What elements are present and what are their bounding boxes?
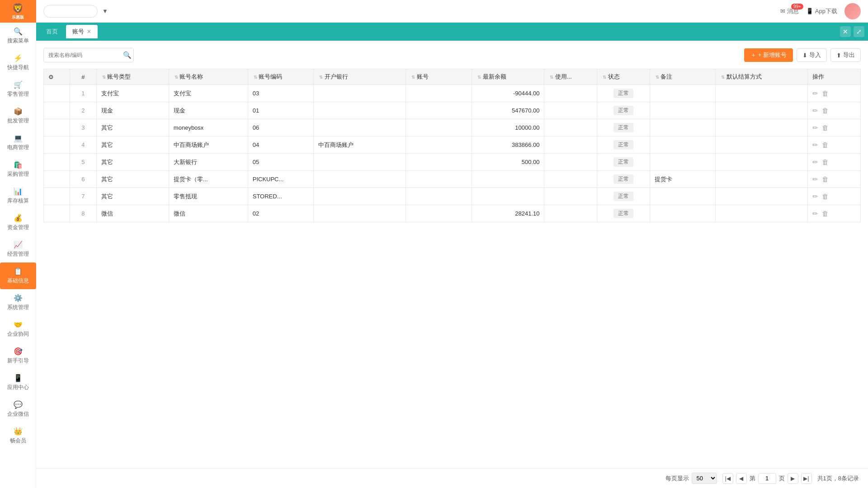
first-page-button[interactable]: |◀ — [722, 473, 733, 484]
table-row: 8 微信 微信 02 28241.10 正常 ✏ 🗑 — [44, 205, 861, 222]
sort-icon: ⇅ — [656, 75, 659, 80]
sidebar-item-basic-info[interactable]: 📋 基础信息 — [0, 263, 36, 289]
add-account-button[interactable]: ＋ + 新增账号 — [744, 48, 793, 62]
last-page-button[interactable]: ▶| — [801, 473, 812, 484]
delete-icon[interactable]: 🗑 — [822, 192, 829, 200]
sort-icon: ⇅ — [102, 75, 106, 80]
sidebar-item-vip[interactable]: 👑 畅会员 — [0, 422, 36, 449]
delete-icon[interactable]: 🗑 — [822, 175, 829, 183]
row-settings[interactable] — [44, 171, 70, 188]
tabbar: 首页 账号 ✕ ✕ ⤢ — [36, 23, 868, 41]
row-index: 7 — [70, 188, 96, 205]
edit-icon[interactable]: ✏ — [812, 175, 818, 183]
sidebar-item-ecommerce-mgmt[interactable]: 💻 电商管理 — [0, 129, 36, 156]
sort-icon: ⇅ — [477, 75, 481, 80]
edit-icon[interactable]: ✏ — [812, 107, 818, 115]
row-settings[interactable] — [44, 85, 70, 102]
row-settings[interactable] — [44, 119, 70, 136]
sidebar-item-enterprise-wechat[interactable]: 💬 企业微信 — [0, 396, 36, 422]
row-name: 零售抵现 — [169, 188, 248, 205]
row-code: 01 — [248, 102, 314, 119]
tabbar-actions: ✕ ⤢ — [840, 26, 864, 37]
user-avatar[interactable] — [844, 3, 861, 19]
edit-icon[interactable]: ✏ — [812, 141, 818, 149]
sidebar-item-search[interactable]: 🔍 搜索菜单 — [0, 23, 36, 49]
download-button[interactable]: 📱 App下载 — [806, 7, 837, 15]
sidebar-item-wholesale-mgmt[interactable]: 📦 批发管理 — [0, 103, 36, 129]
sidebar-item-purchase-mgmt[interactable]: 🛍️ 采购管理 — [0, 156, 36, 183]
table-search-input[interactable] — [44, 49, 121, 61]
delete-icon[interactable]: 🗑 — [822, 124, 829, 131]
tab-expand-button[interactable]: ⤢ — [854, 26, 864, 37]
edit-icon[interactable]: ✏ — [812, 89, 818, 98]
import-button[interactable]: ⬇ 导入 — [797, 48, 827, 62]
row-settings[interactable] — [44, 102, 70, 119]
toolbar-buttons: ＋ + 新增账号 ⬇ 导入 ⬆ 导出 — [744, 48, 861, 62]
col-settlement[interactable]: ⇅ 默认结算方式 — [716, 69, 808, 85]
page-number-input[interactable] — [758, 473, 776, 484]
message-button[interactable]: ✉ 消息 99+ — [780, 7, 799, 15]
tab-account[interactable]: 账号 ✕ — [66, 25, 98, 38]
sidebar-item-inventory[interactable]: 📊 库存核算 — [0, 183, 36, 209]
row-settlement — [716, 171, 808, 188]
edit-icon[interactable]: ✏ — [812, 210, 818, 218]
sidebar-item-finance-mgmt[interactable]: 💰 资金管理 — [0, 209, 36, 236]
row-settings[interactable] — [44, 154, 70, 171]
table-search-button[interactable]: 🔍 — [121, 48, 133, 62]
row-code: 04 — [248, 136, 314, 154]
row-type: 其它 — [96, 188, 169, 205]
sidebar-item-quick-nav[interactable]: ⚡ 快捷导航 — [0, 49, 36, 76]
col-name[interactable]: ⇅ 账号名称 — [169, 69, 248, 85]
tab-home[interactable]: 首页 — [40, 25, 64, 38]
row-remark — [650, 102, 716, 119]
delete-icon[interactable]: 🗑 — [822, 141, 829, 149]
page-size-select[interactable]: 50 10 20 100 — [692, 473, 717, 484]
edit-icon[interactable]: ✏ — [812, 124, 818, 132]
sidebar-item-retail-mgmt[interactable]: 🛒 零售管理 — [0, 76, 36, 103]
sidebar-item-ops-mgmt[interactable]: 📈 经营管理 — [0, 236, 36, 263]
system-icon: ⚙️ — [14, 294, 23, 302]
topbar-search-input[interactable] — [43, 5, 98, 18]
col-balance[interactable]: ⇅ 最新余额 — [472, 69, 544, 85]
tab-close-icon[interactable]: ✕ — [87, 28, 91, 35]
row-account — [406, 154, 472, 171]
row-bank — [314, 171, 406, 188]
row-name: 微信 — [169, 205, 248, 222]
export-button[interactable]: ⬆ 导出 — [830, 48, 861, 62]
total-label: 共1页，8条记录 — [817, 474, 859, 483]
sidebar-item-app-center[interactable]: 📱 应用中心 — [0, 369, 36, 396]
table-row: 5 其它 大新银行 05 500.00 正常 ✏ 🗑 — [44, 154, 861, 171]
row-name: 中百商场账户 — [169, 136, 248, 154]
col-use[interactable]: ⇅ 使用... — [544, 69, 597, 85]
row-use — [544, 154, 597, 171]
edit-icon[interactable]: ✏ — [812, 192, 818, 201]
delete-icon[interactable]: 🗑 — [822, 107, 829, 114]
col-code[interactable]: ⇅ 账号编码 — [248, 69, 314, 85]
sidebar-item-enterprise-agreement[interactable]: 🤝 企业协同 — [0, 316, 36, 343]
delete-icon[interactable]: 🗑 — [822, 158, 829, 166]
col-status[interactable]: ⇅ 状态 — [597, 69, 650, 85]
delete-icon[interactable]: 🗑 — [822, 210, 829, 217]
sidebar-item-new-guide[interactable]: 🎯 新手引导 — [0, 343, 36, 369]
download-icon: 📱 — [806, 8, 813, 14]
row-code: STORED... — [248, 188, 314, 205]
delete-icon[interactable]: 🗑 — [822, 89, 829, 97]
topbar-dropdown[interactable]: ▼ — [102, 8, 108, 14]
col-account[interactable]: ⇅ 账号 — [406, 69, 472, 85]
col-remark[interactable]: ⇅ 备注 — [650, 69, 716, 85]
row-balance: 28241.10 — [472, 205, 544, 222]
row-code: 03 — [248, 85, 314, 102]
col-bank[interactable]: ⇅ 开户银行 — [314, 69, 406, 85]
row-type: 现金 — [96, 102, 169, 119]
row-type: 其它 — [96, 136, 169, 154]
sidebar-item-system-mgmt[interactable]: ⚙️ 系统管理 — [0, 289, 36, 316]
next-page-button[interactable]: ▶ — [788, 473, 798, 484]
row-settings[interactable] — [44, 136, 70, 154]
edit-icon[interactable]: ✏ — [812, 158, 818, 166]
row-settings[interactable] — [44, 188, 70, 205]
tab-close-all-button[interactable]: ✕ — [840, 26, 851, 37]
col-type[interactable]: ⇅ 账号类型 — [96, 69, 169, 85]
row-settings[interactable] — [44, 205, 70, 222]
col-settings[interactable]: ⚙ — [44, 69, 70, 85]
prev-page-button[interactable]: ◀ — [736, 473, 747, 484]
